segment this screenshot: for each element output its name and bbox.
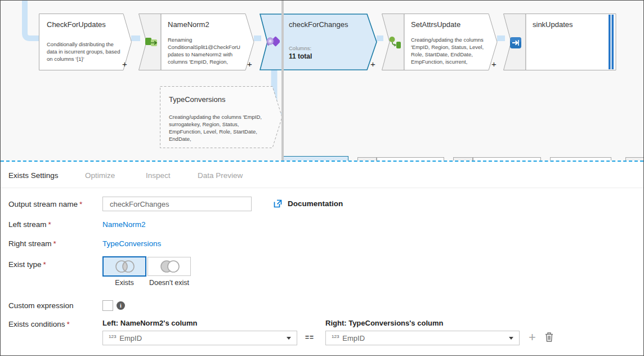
custom-expression-checkbox[interactable] xyxy=(102,300,113,311)
left-stream-label: Left stream* xyxy=(8,220,51,229)
right-column-dropdown[interactable]: 123 EmpID xyxy=(325,331,520,345)
node-title: checkForChanges xyxy=(289,20,348,29)
derived-column-icon xyxy=(388,36,402,50)
right-column-header: Right: TypeConversions's column xyxy=(325,319,443,327)
exists-option-label: Exists xyxy=(102,279,146,287)
left-column-header: Left: NameNorm2's column xyxy=(102,319,198,327)
right-stream-label: Right stream* xyxy=(8,239,56,248)
tab-data-preview[interactable]: Data Preview xyxy=(198,171,243,180)
left-column-dropdown[interactable]: 123 EmpID xyxy=(102,331,297,345)
columns-count: 11 total xyxy=(289,52,312,60)
required-asterisk: * xyxy=(79,200,82,208)
equality-operator: == xyxy=(305,333,314,341)
chevron-down-icon xyxy=(509,337,513,340)
integer-type-icon: 123 xyxy=(332,334,339,339)
node-title: CheckForUpdates xyxy=(47,20,106,29)
exist-type-label: Exist type* xyxy=(8,260,46,269)
node-typeconversions[interactable]: TypeConversions Creating/updating the co… xyxy=(160,86,283,148)
select-icon xyxy=(145,36,159,48)
output-stream-name-input[interactable] xyxy=(102,197,252,211)
tab-inspect[interactable]: Inspect xyxy=(146,171,171,180)
required-asterisk: * xyxy=(43,260,46,269)
add-condition-button[interactable]: + xyxy=(529,331,536,344)
node-title: TypeConversions xyxy=(169,95,225,104)
doesnt-exist-option-label: Doesn't exist xyxy=(145,279,193,287)
required-asterisk: * xyxy=(53,239,56,248)
tabs-separator xyxy=(1,188,643,188)
custom-expression-label: Custom expression xyxy=(8,301,74,310)
sink-icon xyxy=(509,36,523,50)
right-stream-link[interactable]: TypeConversions xyxy=(102,239,161,248)
node-title: NameNorm2 xyxy=(168,20,209,29)
node-checkforupdates[interactable]: CheckForUpdates Conditionally distributi… xyxy=(39,14,132,70)
left-stream-link[interactable]: NameNorm2 xyxy=(102,220,146,229)
info-icon[interactable]: i xyxy=(117,301,125,310)
node-description: Creating/updating the columns 'EmpID, Re… xyxy=(411,36,486,69)
exists-settings-panel: Exists Settings Optimize Inspect Data Pr… xyxy=(1,162,643,355)
node-description: Conditionally distributing the data in i… xyxy=(47,41,124,65)
node-namenorm2[interactable]: NameNorm2 Renaming ConditionalSplit1@Che… xyxy=(138,14,254,70)
output-stream-name-label: Output stream name* xyxy=(8,200,82,208)
exist-type-doesnt-exist-button[interactable] xyxy=(147,257,191,276)
node-partial-selected[interactable] xyxy=(282,156,348,161)
node-checkforchanges-selected[interactable]: checkForChanges Columns: 11 total xyxy=(260,14,377,70)
chevron-down-icon xyxy=(287,337,291,340)
columns-label: Columns: xyxy=(289,45,311,51)
documentation-link[interactable]: Documentation xyxy=(288,199,343,208)
left-column-value: EmpID xyxy=(119,334,142,342)
integer-type-icon: 123 xyxy=(109,334,116,339)
node-description: Creating/updating the columns 'EmpID, su… xyxy=(169,113,269,146)
add-transformation-button[interactable]: + xyxy=(370,60,375,68)
required-asterisk: * xyxy=(67,320,70,328)
canvas-guide-line xyxy=(281,1,284,161)
venn-difference-icon xyxy=(157,259,182,274)
exists-conditions-label: Exists conditions* xyxy=(8,320,70,328)
right-column-value: EmpID xyxy=(342,334,365,342)
exist-type-exists-button[interactable] xyxy=(102,256,146,277)
external-link-icon[interactable] xyxy=(273,199,283,208)
dataflow-designer-window: CheckForUpdates Conditionally distributi… xyxy=(0,0,644,356)
add-transformation-button[interactable]: + xyxy=(122,60,127,68)
node-title: SetAttrsUpdate xyxy=(411,20,460,29)
delete-condition-icon[interactable] xyxy=(544,332,554,342)
node-title: sinkUpdates xyxy=(533,20,573,29)
tab-exists-settings[interactable]: Exists Settings xyxy=(8,171,59,180)
node-setattrsupdate[interactable]: SetAttrsUpdate Creating/updating the col… xyxy=(382,14,498,70)
venn-intersection-icon xyxy=(112,259,137,274)
exists-icon xyxy=(265,35,280,49)
add-transformation-button[interactable]: + xyxy=(247,60,252,68)
node-description: Renaming ConditionalSplit1@CheckForUpdat… xyxy=(168,36,243,69)
tab-optimize[interactable]: Optimize xyxy=(85,171,115,180)
node-sinkupdates[interactable]: sinkUpdates xyxy=(503,14,616,70)
dataflow-canvas[interactable]: CheckForUpdates Conditionally distributi… xyxy=(1,1,643,161)
add-transformation-button[interactable]: + xyxy=(491,60,497,68)
required-asterisk: * xyxy=(48,220,51,229)
